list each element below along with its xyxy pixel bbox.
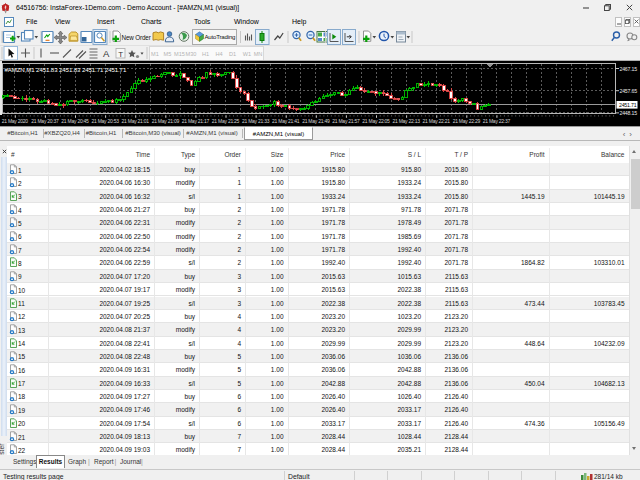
svg-text:A: A	[103, 48, 110, 59]
svg-text:M5: M5	[164, 51, 172, 57]
svg-text:2457.65: 2457.65	[620, 88, 638, 94]
svg-text:H1: H1	[202, 51, 209, 57]
svg-text:M15: M15	[174, 51, 185, 57]
svg-text:2448.15: 2448.15	[620, 110, 638, 116]
svg-text:M1: M1	[151, 51, 159, 57]
svg-text:2467.15: 2467.15	[620, 66, 638, 72]
svg-text:AutoTrading: AutoTrading	[205, 33, 236, 40]
svg-text:T: T	[118, 50, 123, 59]
svg-text:D1: D1	[229, 51, 236, 57]
svg-text:H4: H4	[215, 51, 222, 57]
svg-text:MN: MN	[254, 51, 263, 57]
svg-text:M30: M30	[186, 51, 197, 57]
svg-text:2451.71: 2451.71	[619, 102, 637, 108]
svg-text:W1: W1	[243, 51, 251, 57]
svg-text:New Order: New Order	[122, 34, 151, 41]
